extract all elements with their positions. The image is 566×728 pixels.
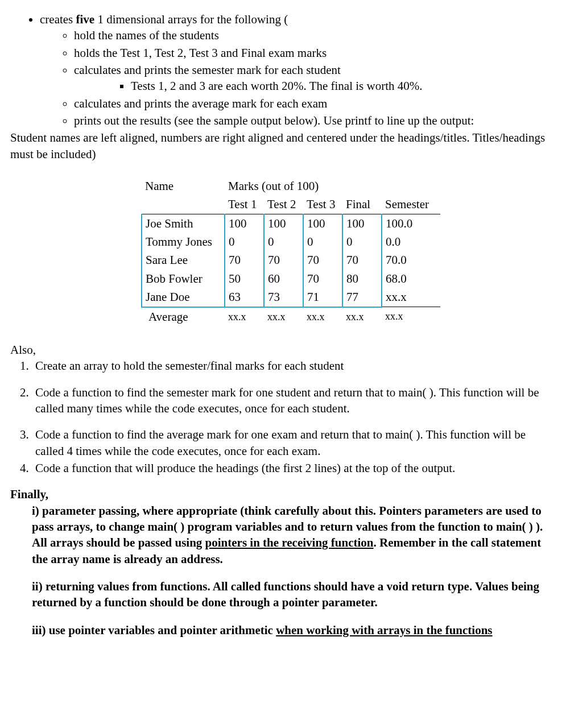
header-marks: Marks (out of 100) — [225, 177, 382, 195]
cell-name-2: Sara Lee — [142, 251, 224, 269]
sub-bullet-5: prints out the results (see the sample o… — [74, 113, 556, 129]
finally-i: i) parameter passing, where appropriate … — [32, 503, 556, 567]
finally-block: i) parameter passing, where appropriate … — [32, 503, 556, 638]
marks-table-wrapper: Name Marks (out of 100) Test 1 Test 2 Te… — [141, 177, 556, 326]
avg-t2: xx.x — [264, 307, 303, 326]
header-semester: Semester — [382, 195, 440, 214]
cell-name-1: Tommy Jones — [142, 233, 224, 251]
alignment-paragraph: Student names are left aligned, numbers … — [10, 130, 556, 162]
finally-iii-a: iii) use pointer variables and pointer a… — [32, 623, 276, 637]
cell-r0-t3: 100 — [303, 214, 342, 233]
sub-bullet-2: holds the Test 1, Test 2, Test 3 and Fin… — [74, 45, 556, 61]
cell-r2-t3: 70 — [303, 251, 342, 269]
cell-r4-t3: 71 — [303, 288, 342, 307]
numbered-list: Create an array to hold the semester/fin… — [32, 358, 556, 476]
finally-iii-u: when working with arrays in the function… — [276, 623, 492, 637]
finally-iii: iii) use pointer variables and pointer a… — [32, 622, 556, 638]
cell-r1-sem: 0.0 — [382, 233, 440, 251]
cell-r0-t1: 100 — [225, 214, 264, 233]
finally-label: Finally, — [10, 486, 556, 502]
num-item-3: Code a function to find the average mark… — [32, 427, 556, 459]
outer-bullet-list: creates five 1 dimensional arrays for th… — [40, 11, 556, 129]
sub-sub-list: Tests 1, 2 and 3 are each worth 20%. The… — [131, 78, 556, 94]
cell-r1-t2: 0 — [264, 233, 303, 251]
finally-i-u1: pointers in the receiving function — [205, 536, 374, 549]
num-item-4: Code a function that will produce the he… — [32, 460, 556, 476]
cell-r3-t1: 50 — [225, 270, 264, 288]
cell-r3-fin: 80 — [342, 270, 382, 288]
avg-fin: xx.x — [342, 307, 382, 326]
cell-r3-t2: 60 — [264, 270, 303, 288]
header-name: Name — [142, 177, 225, 195]
cell-r4-sem: xx.x — [382, 288, 440, 307]
cell-r2-fin: 70 — [342, 251, 382, 269]
header-test1: Test 1 — [225, 195, 264, 214]
cell-r0-t2: 100 — [264, 214, 303, 233]
avg-t3: xx.x — [303, 307, 342, 326]
cell-name-3: Bob Fowler — [142, 270, 224, 288]
finally-ii: ii) returning values from functions. All… — [32, 578, 556, 611]
sub-bullet-1: hold the names of the students — [74, 27, 556, 43]
header-final: Final — [342, 195, 382, 214]
cell-r1-t1: 0 — [225, 233, 264, 251]
cell-r3-t3: 70 — [303, 270, 342, 288]
cell-r1-t3: 0 — [303, 233, 342, 251]
avg-t1: xx.x — [225, 307, 264, 326]
sub-sub-bullet: Tests 1, 2 and 3 are each worth 20%. The… — [131, 78, 556, 94]
bullet-main: creates five 1 dimensional arrays for th… — [40, 11, 556, 129]
num-item-1: Create an array to hold the semester/fin… — [32, 358, 556, 374]
header-test3: Test 3 — [303, 195, 342, 214]
cell-r2-t2: 70 — [264, 251, 303, 269]
header-test2: Test 2 — [264, 195, 303, 214]
cell-r4-t1: 63 — [225, 288, 264, 307]
also-label: Also, — [10, 342, 556, 358]
cell-name-0: Joe Smith — [142, 214, 224, 233]
num-item-2: Code a function to find the semester mar… — [32, 384, 556, 417]
header-blank — [382, 177, 440, 195]
cell-r4-fin: 77 — [342, 288, 382, 307]
cell-r1-fin: 0 — [342, 233, 382, 251]
header-blank-name — [142, 195, 225, 214]
sub-bullet-3: calculates and prints the semester mark … — [74, 62, 556, 94]
avg-label: Average — [142, 307, 225, 326]
avg-sem: xx.x — [382, 307, 440, 326]
marks-table: Name Marks (out of 100) Test 1 Test 2 Te… — [141, 177, 440, 326]
cell-r3-sem: 68.0 — [382, 270, 440, 288]
cell-r0-fin: 100 — [342, 214, 382, 233]
bullet-main-text: creates five 1 dimensional arrays for th… — [40, 13, 288, 26]
cell-r0-sem: 100.0 — [382, 214, 440, 233]
sub-bullet-list: hold the names of the students holds the… — [74, 27, 556, 129]
cell-r2-sem: 70.0 — [382, 251, 440, 269]
sub-bullet-3-text: calculates and prints the semester mark … — [74, 63, 341, 77]
cell-r2-t1: 70 — [225, 251, 264, 269]
cell-r4-t2: 73 — [264, 288, 303, 307]
sub-bullet-4: calculates and prints the average mark f… — [74, 96, 556, 111]
cell-name-4: Jane Doe — [142, 288, 224, 306]
